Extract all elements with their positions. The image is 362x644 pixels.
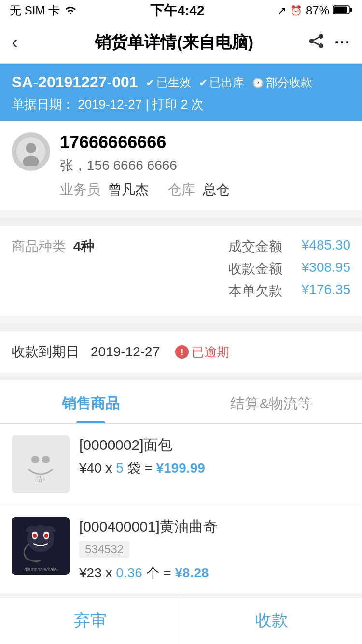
order-header: SA-20191227-001 已生效 已出库 部分收款 单据日期： 2019-…	[0, 64, 362, 121]
battery-percent: 87%	[306, 4, 329, 17]
sales-info: 业务员 曾凡杰	[60, 181, 149, 199]
order-date-row: 单据日期： 2019-12-27 | 打印 2 次	[12, 96, 350, 113]
product-thumbnail-2: diamond whale	[12, 517, 70, 575]
product-details-2: [000400001]黄油曲奇 534532 ¥23 x 0.36 个 = ¥8…	[79, 517, 350, 582]
product-name-2: [000400001]黄油曲奇	[79, 517, 350, 537]
back-button[interactable]: ‹	[12, 31, 41, 53]
svg-text:diamond whale: diamond whale	[24, 567, 57, 572]
status-badge-active: 已生效	[146, 75, 191, 90]
due-section: 收款到期日 2019-12-27 ! 已逾期	[0, 331, 362, 373]
status-right: ↗ ⏰ 87%	[278, 4, 352, 17]
page-title: 销货单详情(来自电脑)	[41, 31, 307, 54]
more-icon[interactable]: ···	[334, 33, 350, 51]
list-item: 品+ [0000002]面包 ¥40 x 5 袋 = ¥199.99	[0, 424, 362, 505]
nav-bar: ‹ 销货单详情(来自电脑) ···	[0, 21, 362, 64]
wifi-icon	[64, 4, 77, 17]
customer-details: 17666666666 张，156 6666 6666 业务员 曾凡杰 仓库 总…	[60, 132, 350, 199]
overdue-icon: !	[175, 345, 189, 359]
product-sku-2: 534532	[79, 541, 129, 558]
stats-section: 商品种类 4种 成交金额 ¥485.30 收款金额 ¥308.95 本单欠款 ¥…	[0, 226, 362, 316]
svg-text:品+: 品+	[35, 475, 46, 483]
alarm-icon: ⏰	[290, 5, 302, 16]
svg-point-8	[42, 456, 50, 463]
stats-row: 商品种类 4种 成交金额 ¥485.30 收款金额 ¥308.95 本单欠款 ¥…	[12, 238, 350, 304]
product-details-1: [0000002]面包 ¥40 x 5 袋 = ¥199.99	[79, 435, 350, 477]
overdue-badge: ! 已逾期	[175, 344, 229, 361]
carrier-label: 无 SIM 卡	[10, 3, 60, 18]
nav-actions: ···	[307, 32, 350, 53]
status-bar: 无 SIM 卡 下午4:42 ↗ ⏰ 87%	[0, 0, 362, 21]
location-icon: ↗	[278, 4, 286, 17]
tab-products[interactable]: 销售商品	[0, 380, 181, 423]
amount-stats: 成交金额 ¥485.30 收款金额 ¥308.95 本单欠款 ¥176.35	[228, 238, 350, 304]
product-price-2: ¥23 x 0.36 个 = ¥8.28	[79, 564, 350, 582]
bottom-bar: 弃审 收款	[0, 596, 362, 644]
deal-amount: 成交金额 ¥485.30	[228, 238, 350, 256]
product-price-1: ¥40 x 5 袋 = ¥199.99	[79, 459, 350, 477]
product-list: 品+ [0000002]面包 ¥40 x 5 袋 = ¥199.99	[0, 424, 362, 594]
product-thumbnail-1: 品+	[12, 435, 70, 493]
collected-amount: 收款金额 ¥308.95	[228, 260, 350, 278]
due-label: 收款到期日	[12, 343, 79, 361]
owed-amount: 本单欠款 ¥176.35	[228, 282, 350, 300]
svg-point-14	[33, 534, 37, 538]
status-time: 下午4:42	[150, 1, 204, 20]
warehouse-info: 仓库 总仓	[168, 181, 230, 199]
status-left: 无 SIM 卡	[10, 3, 77, 18]
status-badge-shipped: 已出库	[199, 75, 244, 90]
customer-avatar	[12, 132, 50, 171]
tabs-header: 销售商品 结算&物流等	[0, 380, 362, 424]
order-id: SA-20191227-001	[12, 73, 138, 91]
collect-payment-button[interactable]: 收款	[181, 596, 362, 644]
product-type-count: 商品种类 4种	[12, 238, 94, 256]
customer-name: 张，156 6666 6666	[60, 156, 350, 175]
due-row: 收款到期日 2019-12-27 ! 已逾期	[12, 343, 350, 361]
cancel-review-button[interactable]: 弃审	[0, 596, 181, 644]
status-badge-partial: 部分收款	[252, 75, 312, 90]
customer-phone: 17666666666	[60, 132, 350, 153]
section-divider-3	[0, 377, 362, 380]
svg-rect-2	[334, 7, 347, 13]
product-image-placeholder-1: 品+	[12, 435, 70, 493]
overdue-text: 已逾期	[192, 344, 229, 361]
svg-point-4	[26, 143, 36, 153]
battery-icon	[333, 4, 352, 17]
svg-point-7	[31, 456, 39, 463]
section-divider-2	[0, 323, 362, 331]
list-item: diamond whale [000400001]黄油曲奇 534532 ¥23…	[0, 505, 362, 594]
tabs-section: 销售商品 结算&物流等 品+ [0000002]面	[0, 380, 362, 594]
svg-point-15	[44, 534, 48, 538]
share-icon[interactable]	[307, 32, 325, 53]
customer-meta: 业务员 曾凡杰 仓库 总仓	[60, 181, 350, 199]
svg-rect-1	[350, 8, 352, 12]
customer-section: 17666666666 张，156 6666 6666 业务员 曾凡杰 仓库 总…	[0, 121, 362, 210]
due-date: 2019-12-27	[91, 344, 160, 360]
section-divider-1	[0, 218, 362, 226]
tab-settlement[interactable]: 结算&物流等	[181, 380, 362, 423]
product-name-1: [0000002]面包	[79, 435, 350, 455]
